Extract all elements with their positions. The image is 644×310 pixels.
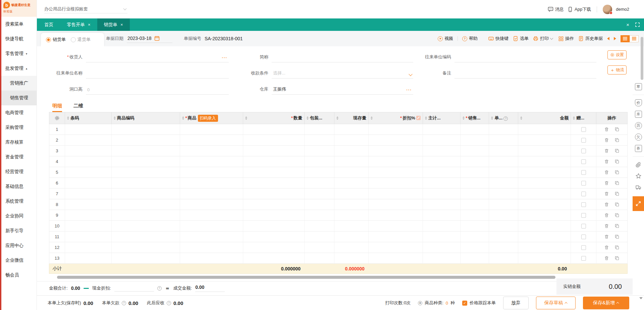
close-tab-icon[interactable]: × <box>88 22 91 27</box>
cell-main_unit[interactable] <box>423 253 461 263</box>
sort-icon[interactable] <box>307 116 309 120</box>
scroll-down-arrow[interactable] <box>639 297 643 299</box>
copy-row-icon[interactable] <box>614 159 620 164</box>
column-header-ops[interactable]: 操作 <box>596 112 627 124</box>
cell-stock[interactable] <box>334 146 369 156</box>
cell-sales[interactable] <box>461 189 489 199</box>
delete-row-icon[interactable] <box>604 138 609 143</box>
cell-amount[interactable] <box>518 124 571 135</box>
sort-icon[interactable] <box>463 116 465 120</box>
payment-terms-select[interactable]: 选择... <box>272 70 413 79</box>
cell-discount[interactable] <box>369 221 423 231</box>
gift-checkbox[interactable] <box>581 138 586 143</box>
sidebar-item-2[interactable]: 零售管理▼ <box>1 46 37 61</box>
cell-amount[interactable] <box>518 231 571 242</box>
cell-code[interactable] <box>112 189 180 199</box>
copy-row-icon[interactable] <box>614 256 620 261</box>
vertical-scroll-thumb[interactable] <box>641 37 643 80</box>
cell-barcode[interactable] <box>65 167 112 177</box>
cell-ops[interactable] <box>596 135 627 145</box>
save-and-new-button[interactable]: 保存&新增 <box>583 297 629 309</box>
sidebar-item-0[interactable]: 搜索菜单 <box>1 17 37 32</box>
copy-row-icon[interactable] <box>614 191 620 196</box>
cell-product[interactable] <box>180 146 244 156</box>
cell-amount[interactable] <box>518 210 571 220</box>
cell-unit[interactable] <box>489 146 518 156</box>
operations-button[interactable]: 操作 <box>558 36 574 42</box>
cell-gift[interactable] <box>571 221 596 231</box>
cell-pack[interactable] <box>305 167 334 177</box>
cell-qty[interactable] <box>243 221 305 231</box>
cell-main_unit[interactable] <box>423 146 461 156</box>
delete-row-icon[interactable] <box>604 234 609 239</box>
sidebar-item-10[interactable]: 经营管理 <box>1 164 37 179</box>
cell-gift[interactable] <box>571 146 596 156</box>
cell-unit[interactable] <box>489 156 518 167</box>
attachment-icon[interactable] <box>635 161 642 168</box>
cell-code[interactable] <box>112 135 180 145</box>
cell-qty[interactable] <box>243 253 305 263</box>
cell-code[interactable] <box>112 146 180 156</box>
cell-sales[interactable] <box>461 210 489 220</box>
sidebar-item-17[interactable]: 畅会员 <box>1 268 37 282</box>
column-header-stock[interactable]: 现存量 <box>334 112 369 124</box>
cell-pack[interactable] <box>305 135 334 145</box>
tab-1[interactable]: 零售开单× <box>60 18 97 31</box>
cell-code[interactable] <box>112 167 180 177</box>
sidebar-item-13[interactable]: 企业协同 <box>1 209 37 223</box>
cell-sales[interactable] <box>461 242 489 253</box>
cell-unit[interactable] <box>489 178 518 188</box>
cell-stock[interactable] <box>334 210 369 220</box>
cell-barcode[interactable] <box>65 253 112 263</box>
cell-pack[interactable] <box>305 124 334 135</box>
cell-discount[interactable] <box>369 124 423 135</box>
username[interactable]: demo2 <box>616 7 629 12</box>
cell-gift[interactable] <box>571 167 596 177</box>
cell-discount[interactable] <box>369 231 423 242</box>
cell-qty[interactable] <box>243 199 305 210</box>
gift-checkbox[interactable] <box>581 213 586 218</box>
cell-pack[interactable] <box>305 199 334 210</box>
delete-row-icon[interactable] <box>604 213 609 218</box>
cell-pack[interactable] <box>305 210 334 220</box>
help-icon[interactable]: ? <box>122 301 126 305</box>
copy-row-icon[interactable] <box>614 213 620 218</box>
sort-icon[interactable] <box>245 116 247 120</box>
cell-product[interactable] <box>180 242 244 253</box>
remark-input[interactable] <box>454 76 596 79</box>
copy-row-icon[interactable] <box>614 245 620 250</box>
coupon-icon[interactable]: 券 <box>635 145 642 152</box>
history-icon[interactable]: 历 <box>635 122 642 129</box>
delete-row-icon[interactable] <box>604 191 609 196</box>
cell-amount[interactable] <box>518 178 571 188</box>
cell-main_unit[interactable] <box>423 178 461 188</box>
cell-barcode[interactable] <box>65 178 112 188</box>
cell-stock[interactable] <box>334 135 369 145</box>
cell-discount[interactable] <box>369 189 423 199</box>
delete-row-icon[interactable] <box>604 127 609 132</box>
cell-code[interactable] <box>112 178 180 188</box>
cell-product[interactable] <box>180 135 244 145</box>
cell-qty[interactable] <box>243 189 305 199</box>
cell-qty[interactable] <box>243 167 305 177</box>
cell-discount[interactable] <box>369 242 423 253</box>
cell-product[interactable] <box>180 189 244 199</box>
cell-barcode[interactable] <box>65 231 112 242</box>
cell-gift[interactable] <box>571 210 596 220</box>
cell-amount[interactable] <box>518 221 571 231</box>
delete-row-icon[interactable] <box>604 170 609 175</box>
cell-code[interactable] <box>112 199 180 210</box>
partner-code-input[interactable] <box>454 60 596 62</box>
cell-unit[interactable] <box>489 199 518 210</box>
column-header-code[interactable]: 商品编码 <box>112 112 180 124</box>
cell-amount[interactable] <box>518 156 571 167</box>
cell-sales[interactable] <box>461 135 489 145</box>
cell-ops[interactable] <box>596 210 627 220</box>
copy-row-icon[interactable] <box>614 127 620 132</box>
cell-gift[interactable] <box>571 189 596 199</box>
cell-unit[interactable] <box>489 135 518 145</box>
price-icon[interactable]: 价 <box>635 99 642 106</box>
cell-main_unit[interactable] <box>423 167 461 177</box>
cell-qty[interactable] <box>243 231 305 242</box>
cell-ops[interactable] <box>596 124 627 135</box>
